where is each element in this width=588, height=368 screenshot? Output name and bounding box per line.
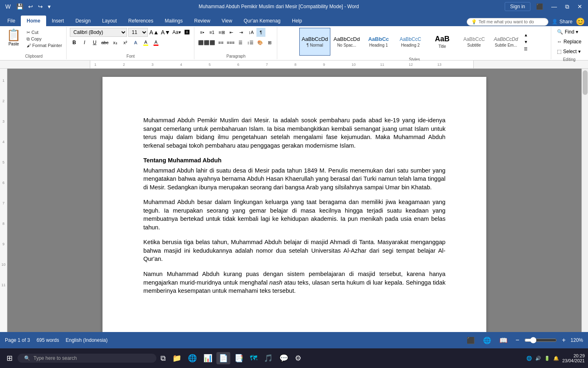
shading-button[interactable]: 🎨 bbox=[256, 38, 265, 47]
customize-qa-button[interactable]: ▾ bbox=[46, 2, 53, 11]
editing-label: Editing bbox=[563, 56, 576, 62]
clear-format-button[interactable]: 🅰 bbox=[183, 28, 192, 37]
strikethrough-button[interactable]: abc bbox=[100, 38, 109, 47]
paste-button[interactable]: 📋 Paste bbox=[4, 28, 23, 48]
tab-home[interactable]: Home bbox=[21, 16, 46, 26]
style-title-label: Title bbox=[439, 44, 446, 49]
tab-references[interactable]: References bbox=[122, 16, 159, 26]
signin-button[interactable]: Sign in bbox=[505, 2, 530, 11]
numbered-list-button[interactable]: ≡1 bbox=[207, 28, 216, 37]
tab-quran[interactable]: Qur'an Kemenag bbox=[238, 16, 286, 26]
zoom-in-button[interactable]: + bbox=[559, 336, 568, 345]
maps-icon[interactable]: 🗺 bbox=[247, 352, 260, 364]
sort-button[interactable]: ↕A bbox=[247, 28, 256, 37]
italic-button[interactable]: I bbox=[80, 38, 89, 47]
increase-indent-button[interactable]: ⇥ bbox=[237, 28, 246, 37]
highlight-color-button[interactable]: A bbox=[141, 38, 150, 47]
tell-me-bar[interactable]: 💡 Tell me what you want to do bbox=[467, 18, 548, 26]
settings-icon[interactable]: ⚙ bbox=[292, 352, 304, 364]
tab-layout[interactable]: Layout bbox=[96, 16, 122, 26]
bold-button[interactable]: B bbox=[70, 38, 79, 47]
explorer-icon[interactable]: 📁 bbox=[170, 352, 184, 364]
restore-button[interactable]: ⧉ bbox=[563, 2, 572, 11]
text-effects-button[interactable]: A bbox=[131, 38, 140, 47]
style-heading2[interactable]: AaBbCcC Heading 2 bbox=[395, 28, 426, 56]
subscript-button[interactable]: x₂ bbox=[111, 38, 120, 47]
task-view-button[interactable]: ⧉ bbox=[158, 352, 168, 364]
tab-view[interactable]: View bbox=[216, 16, 238, 26]
excel-icon[interactable]: 📊 bbox=[201, 352, 215, 364]
bullet-list-button[interactable]: ≡• bbox=[198, 28, 207, 37]
heading-tentang: Tentang Muhammad Abduh bbox=[143, 156, 445, 165]
print-layout-button[interactable]: ⬛ bbox=[464, 336, 477, 345]
font-size-select[interactable]: 11 bbox=[128, 28, 148, 37]
increase-font-button[interactable]: A▲ bbox=[149, 28, 159, 37]
read-mode-button[interactable]: 📖 bbox=[497, 336, 510, 345]
align-right-button[interactable]: ≡≡≡ bbox=[226, 38, 235, 47]
styles-down-button[interactable]: ▼ bbox=[522, 39, 530, 45]
cut-button[interactable]: ✂ Cut bbox=[25, 29, 64, 36]
justify-button[interactable]: ☰ bbox=[236, 38, 245, 47]
style-normal-label: ¶ Normal bbox=[307, 43, 323, 47]
taskbar-search-box[interactable]: 🔍 Type here to search bbox=[18, 354, 156, 363]
doc-area[interactable]: Muhammad Abduh Pemikir Muslim dari Mesir… bbox=[7, 69, 581, 332]
share-button[interactable]: 👤 Share bbox=[552, 19, 572, 25]
tab-insert[interactable]: Insert bbox=[46, 16, 70, 26]
tab-mailings[interactable]: Mailings bbox=[159, 16, 188, 26]
zoom-out-button[interactable]: − bbox=[513, 336, 522, 345]
style-subtle-em[interactable]: AaBbCcDd Subtle Em... bbox=[490, 28, 521, 56]
styles-up-button[interactable]: ▲ bbox=[522, 32, 530, 38]
font-color-button[interactable]: A bbox=[151, 38, 160, 47]
styles-arrows: ▲ ▼ ☰ bbox=[522, 32, 530, 52]
document[interactable]: Muhammad Abduh Pemikir Muslim dari Mesir… bbox=[102, 77, 486, 332]
styles-more-button[interactable]: ☰ bbox=[522, 46, 530, 52]
start-button[interactable]: ⊞ bbox=[3, 352, 16, 364]
replace-button[interactable]: ↔ Replace bbox=[555, 38, 584, 46]
whatsapp-icon[interactable]: 💬 bbox=[277, 352, 291, 364]
multilevel-list-button[interactable]: ≡⊞ bbox=[217, 28, 226, 37]
paragraph-dissatisfied: Namun Muhammad Abduh kurang puas dengan … bbox=[143, 270, 445, 295]
redo-button[interactable]: ↪ bbox=[36, 2, 45, 11]
decrease-font-button[interactable]: A▼ bbox=[160, 28, 171, 37]
change-case-button[interactable]: Aa▾ bbox=[172, 28, 181, 37]
scroll-thumb[interactable] bbox=[583, 70, 588, 95]
copy-button[interactable]: ⧉ Copy bbox=[25, 36, 64, 42]
font-name-select[interactable]: Calibri (Body) bbox=[70, 28, 127, 37]
style-subtitle[interactable]: AaBbCcC Subtitle bbox=[459, 28, 490, 56]
style-heading2-preview: AaBbCcC bbox=[400, 36, 421, 42]
save-button[interactable]: 💾 bbox=[14, 2, 25, 11]
right-scrollbar[interactable] bbox=[581, 69, 588, 332]
web-layout-button[interactable]: 🌐 bbox=[481, 336, 494, 345]
show-marks-button[interactable]: ¶ bbox=[256, 28, 265, 37]
line-spacing-button[interactable]: ↕☰ bbox=[246, 38, 255, 47]
zoom-slider[interactable] bbox=[524, 337, 557, 343]
music-icon[interactable]: 🎵 bbox=[261, 352, 275, 364]
style-normal[interactable]: AaBbCcDd ¶ Normal bbox=[299, 28, 330, 56]
ribbon-collapse-button[interactable]: ⬛ bbox=[534, 2, 546, 11]
tab-design[interactable]: Design bbox=[70, 16, 96, 26]
title-bar-right: Sign in ⬛ — ⧉ ✕ bbox=[505, 2, 585, 11]
tab-file[interactable]: File bbox=[2, 16, 21, 26]
undo-button[interactable]: ↩ bbox=[26, 2, 35, 11]
format-painter-button[interactable]: 🖌 Format Painter bbox=[25, 43, 64, 48]
word-logo[interactable]: W bbox=[3, 2, 13, 11]
tab-review[interactable]: Review bbox=[188, 16, 216, 26]
style-no-spacing[interactable]: AaBbCcDd No Spac... bbox=[331, 28, 362, 56]
style-heading1[interactable]: AaBbCc Heading 1 bbox=[363, 28, 394, 56]
find-button[interactable]: 🔍 Find ▾ bbox=[555, 28, 584, 36]
align-center-button[interactable]: ≡≡ bbox=[216, 38, 225, 47]
share-icon: 👤 bbox=[552, 19, 558, 25]
word-taskbar-icon[interactable]: 📄 bbox=[216, 352, 230, 364]
align-left-button[interactable]: ⬛⬛⬛ bbox=[198, 38, 216, 47]
superscript-button[interactable]: x² bbox=[121, 38, 130, 47]
powerpoint-icon[interactable]: 📑 bbox=[232, 352, 246, 364]
select-button[interactable]: ⬚ Select ▾ bbox=[555, 47, 584, 56]
close-button[interactable]: ✕ bbox=[575, 2, 585, 11]
minimize-button[interactable]: — bbox=[549, 2, 559, 11]
style-title[interactable]: AaB Title bbox=[427, 28, 458, 56]
borders-button[interactable]: ⊞ bbox=[265, 38, 274, 47]
underline-button[interactable]: U bbox=[90, 38, 99, 47]
edge-icon[interactable]: 🌐 bbox=[185, 352, 199, 364]
decrease-indent-button[interactable]: ⇤ bbox=[227, 28, 236, 37]
tab-help[interactable]: Help bbox=[286, 16, 308, 26]
